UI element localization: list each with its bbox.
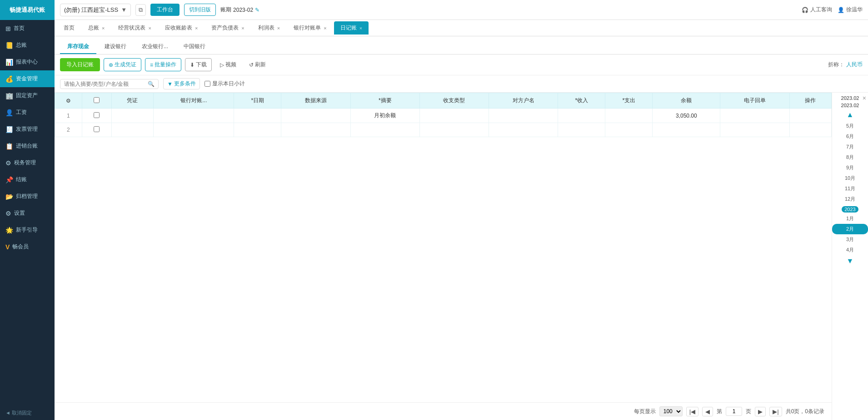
sidebar-item-ledger[interactable]: 📒 总账 [0,37,55,54]
sidebar-collapse-btn[interactable]: ◄ 取消固定 [0,406,55,420]
date-month-12[interactable]: 12月 [832,194,868,204]
sidebar-item-label: 设置 [14,209,25,217]
tab-assets-close[interactable]: × [241,25,244,31]
sub-tab-construction[interactable]: 建设银行 [97,40,134,54]
tab-bank-close[interactable]: × [324,25,326,31]
sidebar-item-home[interactable]: ⊞ 首页 [0,20,55,37]
show-daily-checkbox-label[interactable]: 显示本日小计 [205,80,245,88]
table-row: 2 [55,123,832,137]
date-year-2023[interactable]: 2023 [842,206,858,212]
date-month-2023-3[interactable]: 3月 [832,234,868,245]
sidebar: 畅捷通易代账 ⊞ 首页 📒 总账 📊 报表中心 💰 资金管理 🏢 固定资产 👤 … [0,0,55,420]
date-month-8[interactable]: 8月 [832,152,868,163]
table-header-row: ⚙ 凭证 银行对账... *日期 数据来源 *摘要 收支类型 对方户名 *收入 [55,93,832,109]
date-month-6[interactable]: 6月 [832,131,868,142]
more-filter-button[interactable]: ▼ 更多条件 [163,78,200,89]
user-profile[interactable]: 👤 徐温华 [838,6,863,14]
page-suffix: 页 [746,408,751,415]
sidebar-item-guide[interactable]: 🌟 新手引导 [0,222,55,238]
date-month-2023-1[interactable]: 1月 [832,213,868,224]
sidebar-item-label: 总账 [16,41,27,49]
tab-bank[interactable]: 银行对账单 × [287,21,333,35]
batch-operation-button[interactable]: ≡ 批量操作 [145,58,181,71]
sidebar-item-tax[interactable]: ⚙ 税务管理 [0,154,55,171]
date-month-7[interactable]: 7月 [832,142,868,152]
date-panel-close-button[interactable]: × [863,94,866,102]
tab-ledger[interactable]: 总账 × [82,21,111,35]
currency-link[interactable]: 人民币 [846,61,863,69]
sub-tabs: 库存现金 建设银行 农业银行... 中国银行 [55,36,868,54]
sidebar-item-label: 固定资产 [16,92,38,99]
tab-profit-close[interactable]: × [277,25,280,31]
copy-button[interactable]: ⧉ [135,4,146,16]
refresh-icon: ↺ [249,62,254,68]
date-month-11[interactable]: 11月 [832,183,868,194]
sidebar-item-label: 归档管理 [16,193,38,200]
sidebar-item-label: 报表中心 [16,58,38,66]
sub-tab-cash[interactable]: 库存现金 [60,40,96,54]
tab-home-label: 首页 [64,24,75,32]
journal-table: ⚙ 凭证 银行对账... *日期 数据来源 *摘要 收支类型 对方户名 *收入 [55,93,832,137]
first-page-button[interactable]: |◀ [686,407,698,416]
old-version-button[interactable]: 切到旧版 [184,4,216,16]
sidebar-item-invoice[interactable]: 🧾 发票管理 [0,121,55,138]
next-page-button[interactable]: ▶ [755,407,766,416]
date-month-10[interactable]: 10月 [832,173,868,183]
row-1-checkbox[interactable] [94,112,100,118]
date-panel: × 2023.02 2023.02 ▲ 5月 6月 7月 8月 9月 10月 1… [832,93,868,420]
search-input[interactable] [64,81,146,87]
video-icon: ▷ [220,62,224,68]
company-selector[interactable]: (勿册) 江西超宝-LSS ▼ [60,4,131,16]
row-num-1: 1 [55,109,82,123]
date-panel-up-arrow[interactable]: ▲ [847,111,854,119]
tab-business-close[interactable]: × [148,25,151,31]
download-button[interactable]: ⬇ 下载 [185,58,212,71]
sidebar-item-purchase[interactable]: 📋 进销台账 [0,138,55,154]
date-month-9[interactable]: 9月 [832,163,868,173]
row-2-checkbox[interactable] [94,126,100,132]
import-journal-button[interactable]: 导入日记账 [60,58,100,71]
generate-voucher-button[interactable]: ⊕ 生成凭证 [104,58,141,71]
per-page-select[interactable]: 100 10 20 50 [659,406,683,416]
col-date: *日期 [234,93,281,109]
customer-service[interactable]: 🎧 人工客询 [802,6,832,14]
workbench-button[interactable]: 工作台 [150,4,180,16]
sub-tab-agriculture[interactable]: 农业银行... [135,40,175,54]
show-daily-checkbox[interactable] [205,81,210,87]
sidebar-item-archive[interactable]: 📂 归档管理 [0,188,55,205]
last-page-button[interactable]: ▶| [769,407,782,416]
sidebar-item-member[interactable]: V 畅会员 [0,238,55,255]
sidebar-item-assets[interactable]: 🏢 固定资产 [0,87,55,104]
date-month-2023-2[interactable]: 2月 [832,224,868,234]
sidebar-item-wage[interactable]: 👤 工资 [0,104,55,121]
select-all-checkbox[interactable] [94,97,100,103]
date-panel-down-arrow[interactable]: ▼ [847,257,854,265]
sub-tab-china[interactable]: 中国银行 [176,40,213,54]
tab-assets[interactable]: 资产负债表 × [205,21,250,35]
sidebar-item-fund[interactable]: 💰 资金管理 [0,70,55,87]
tab-receivable-label: 应收账龄表 [165,24,192,32]
tab-journal[interactable]: 日记账 × [334,21,369,35]
row-checkbox-1 [82,109,111,123]
period-value: 2023-02 [233,7,253,13]
sidebar-item-settle[interactable]: 📌 结账 [0,171,55,188]
tab-profit[interactable]: 利润表 × [252,21,286,35]
tab-receivable-close[interactable]: × [195,25,198,31]
search-icon[interactable]: 🔍 [148,81,155,87]
page-input[interactable] [726,407,742,416]
date-month-5[interactable]: 5月 [832,121,868,131]
home-icon: ⊞ [5,25,11,32]
tab-home[interactable]: 首页 [57,21,81,35]
period-edit-icon[interactable]: ✎ [255,7,259,13]
tab-journal-close[interactable]: × [359,25,362,31]
refresh-button[interactable]: ↺ 刷新 [244,59,270,71]
ledger-icon: 📒 [5,42,13,49]
tab-ledger-close[interactable]: × [102,25,105,31]
tab-business[interactable]: 经营状况表 × [112,21,157,35]
prev-page-button[interactable]: ◀ [702,407,713,416]
sidebar-item-settings[interactable]: ⚙ 设置 [0,205,55,222]
sidebar-item-report[interactable]: 📊 报表中心 [0,54,55,70]
tab-receivable[interactable]: 应收账龄表 × [159,21,204,35]
date-month-2023-4[interactable]: 4月 [832,245,868,255]
video-button[interactable]: ▷ 视频 [215,59,241,71]
